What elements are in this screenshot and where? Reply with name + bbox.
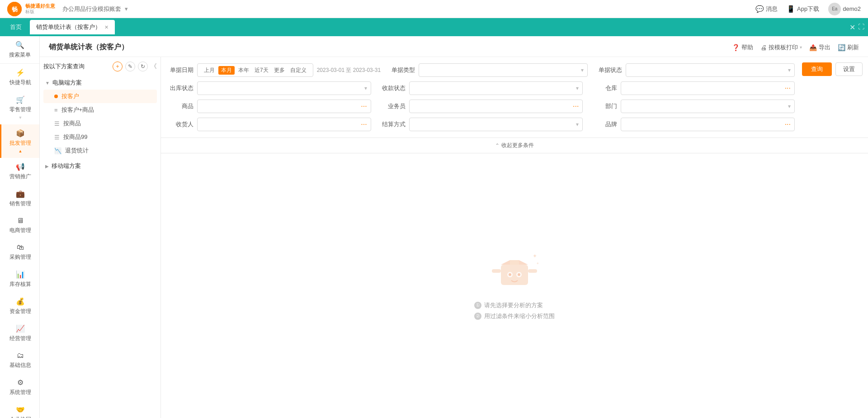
sidebar-item-ecommerce[interactable]: 🖥 电商管理	[0, 212, 39, 239]
out-status-select[interactable]: ▾	[197, 81, 371, 95]
sidebar-item-marketing[interactable]: 📢 营销推广	[0, 158, 39, 185]
user-profile[interactable]: Ea demo2	[828, 3, 861, 15]
scheme-item-return-stat[interactable]: 📉 退货统计	[43, 144, 157, 157]
sidebar-item-retail[interactable]: 🛒 零售管理 ▼	[0, 91, 39, 124]
query-btn[interactable]: 查询	[802, 62, 832, 76]
settlement-select[interactable]: ▾	[409, 118, 583, 131]
avatar-text: Ea	[832, 6, 837, 11]
export-label: 导出	[819, 43, 830, 52]
sidebar-item-system[interactable]: ⚙ 系统管理	[0, 374, 39, 401]
help-label: 帮助	[741, 43, 753, 52]
main-layout: 🔍 搜索菜单 ⚡ 快捷导航 🛒 零售管理 ▼ 📦 批发管理 ▲ 📢 营销推广 💼…	[0, 36, 868, 418]
sidebar-item-purchase[interactable]: 🛍 采购管理	[0, 239, 39, 266]
message-btn[interactable]: 💬 消息	[755, 5, 778, 13]
filter-row-3: 商品 ··· 业务员 ···	[168, 100, 795, 113]
refresh-label: 刷新	[847, 43, 859, 52]
top-title: 办公用品行业模拟账套	[62, 5, 121, 13]
scheme-add-icon: +	[116, 63, 119, 70]
scheme-item-by-customer[interactable]: 按客户	[43, 90, 157, 103]
sidebar-system-label: 系统管理	[9, 389, 31, 396]
tab-sales-stat[interactable]: 销货单统计表（按客户） ✕	[30, 20, 115, 34]
sidebar-retail-label: 零售管理	[9, 106, 31, 114]
search-icon: 🔍	[15, 41, 24, 49]
settings-btn[interactable]: 设置	[835, 62, 863, 76]
scheme-group-desktop-header[interactable]: ▼ 电脑端方案	[43, 76, 157, 90]
nav-icon: ⚡	[16, 68, 25, 77]
order-status-select[interactable]: ▾	[626, 63, 795, 77]
brand-dots[interactable]: ···	[785, 121, 791, 128]
tab-home[interactable]: 首页	[4, 20, 28, 34]
date-tab-this-year[interactable]: 本年	[236, 66, 251, 75]
scheme-item-by-product99[interactable]: ☰ 按商品99	[43, 130, 157, 144]
sidebar-item-cooperation[interactable]: 🤝 企业协同	[0, 401, 39, 418]
filter-cell-brand: 品牌 ···	[583, 118, 795, 131]
order-status-label: 单据状态	[597, 66, 622, 74]
sidebar-item-nav[interactable]: ⚡ 快捷导航	[0, 64, 39, 91]
scheme-item-by-product[interactable]: ☰ 按商品	[43, 117, 157, 130]
top-title-dropdown-icon[interactable]: ▾	[125, 5, 128, 12]
help-icon: ❓	[732, 44, 740, 51]
sidebar-item-basic[interactable]: 🗂 基础信息	[0, 347, 39, 374]
receiver-select[interactable]: ···	[197, 118, 371, 131]
collection-status-select[interactable]: ▾	[409, 81, 583, 95]
scheme-group-mobile: ▶ 移动端方案	[43, 159, 157, 173]
brand-select[interactable]: ···	[621, 118, 795, 131]
department-select[interactable]: ▾	[621, 100, 795, 113]
tab-close-icon[interactable]: ✕	[104, 24, 108, 30]
svg-rect-8	[492, 269, 501, 273]
app-download-btn[interactable]: 📱 App下载	[787, 5, 819, 13]
refresh-btn[interactable]: 🔄 刷新	[838, 43, 859, 52]
product-select[interactable]: ···	[197, 100, 371, 113]
scheme-group-mobile-header[interactable]: ▶ 移动端方案	[43, 159, 157, 173]
date-tab-more[interactable]: 更多	[272, 66, 287, 75]
sidebar-item-wholesale[interactable]: 📦 批发管理 ▲	[0, 124, 39, 158]
product-dots[interactable]: ···	[361, 103, 367, 110]
sidebar-search-btn[interactable]: 🔍 搜索菜单	[0, 36, 39, 64]
scheme-add-btn[interactable]: +	[113, 62, 123, 71]
app-download-label: App下载	[797, 5, 819, 13]
order-type-select[interactable]: ▾	[419, 63, 588, 77]
scheme-collapse-btn[interactable]: 《	[151, 62, 157, 71]
sidebar-item-sales[interactable]: 💼 销售管理	[0, 185, 39, 212]
print-btn[interactable]: 🖨 按模板打印 ▾	[760, 43, 802, 52]
settlement-arrow-icon: ▾	[576, 121, 579, 128]
warehouse-dots[interactable]: ···	[785, 85, 791, 92]
warehouse-select[interactable]: ···	[621, 81, 795, 95]
scheme-edit-btn[interactable]: ✎	[125, 62, 135, 71]
salesperson-dots[interactable]: ···	[573, 103, 579, 110]
print-icon: 🖨	[760, 44, 767, 51]
date-tab-last7[interactable]: 近7天	[253, 66, 270, 75]
help-btn[interactable]: ❓ 帮助	[732, 43, 753, 52]
scheme-item-by-customer-product[interactable]: ≡ 按客户+商品	[43, 103, 157, 117]
sidebar-sales-label: 销售管理	[9, 200, 31, 208]
tab-maximize-icon[interactable]: ⛶	[858, 23, 864, 32]
date-tab-custom[interactable]: 自定义	[288, 66, 308, 75]
marketing-icon: 📢	[16, 162, 25, 171]
sidebar-item-inventory[interactable]: 📊 库存核算	[0, 266, 39, 293]
collapse-row[interactable]: ⌃ 收起更多条件	[161, 138, 868, 153]
sidebar-item-finance[interactable]: 💰 资金管理	[0, 293, 39, 320]
sidebar-item-operation[interactable]: 📈 经营管理	[0, 320, 39, 347]
scheme-item-icon-bar-chart: ≡	[54, 107, 58, 114]
salesperson-select[interactable]: ···	[409, 100, 583, 113]
date-tab-last-month[interactable]: 上月	[202, 66, 217, 75]
collection-arrow-icon: ▾	[576, 85, 579, 91]
scheme-item-return-stat-label: 退货统计	[65, 147, 89, 155]
date-tabs-control[interactable]: 上月 本月 本年 近7天 更多 自定义	[197, 63, 313, 77]
sidebar-inventory-label: 库存核算	[9, 280, 31, 288]
order-type-arrow-icon: ▾	[581, 67, 584, 73]
date-tab-this-month[interactable]: 本月	[218, 66, 235, 75]
message-icon: 💬	[755, 5, 764, 13]
wholesale-icon: 📦	[16, 129, 25, 138]
scheme-refresh-btn[interactable]: ↻	[138, 62, 148, 71]
export-btn[interactable]: 📤 导出	[809, 43, 830, 52]
collection-status-label: 收款状态	[380, 84, 406, 92]
scheme-item-by-customer-dot	[54, 95, 58, 98]
filter-wrapper: 单据日期 上月 本月 本年 近7天 更多 自定义 2023-03-01 至 20…	[161, 57, 868, 138]
print-label: 按模板打印	[769, 43, 798, 52]
date-label: 单据日期	[168, 66, 193, 74]
receiver-dots[interactable]: ···	[361, 121, 367, 128]
tab-close-all-icon[interactable]: ✕	[849, 23, 855, 32]
filter-btn-area: 查询 设置	[802, 57, 868, 138]
ecommerce-icon: 🖥	[17, 217, 24, 225]
